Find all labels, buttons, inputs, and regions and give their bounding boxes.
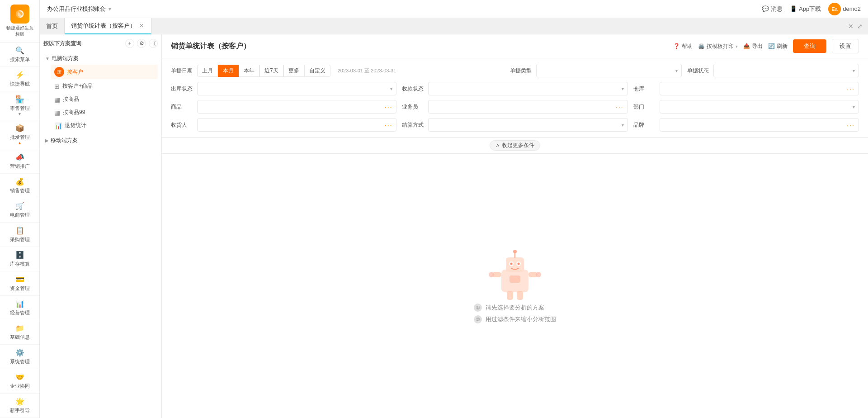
sidebar-item-retail[interactable]: 🏪 零售管理 ▼ bbox=[0, 91, 39, 120]
filter-row-1: 单据日期 上月 本月 本年 近7天 更多 自定义 2023-03-01 至 20… bbox=[171, 64, 859, 77]
sidebar-item-quick-nav[interactable]: ⚡ 快捷导航 bbox=[0, 67, 39, 91]
empty-illustration bbox=[483, 245, 547, 304]
sidebar-item-wholesale[interactable]: 📦 批发管理 ▲ bbox=[0, 120, 39, 149]
outbound-control[interactable]: ▾ bbox=[197, 82, 396, 95]
filter-row-3: 商品 ··· 业务员 ··· 部门 bbox=[171, 100, 859, 114]
brand-control[interactable]: ··· bbox=[660, 118, 859, 132]
system-icon: ⚙️ bbox=[15, 348, 24, 357]
sidebar-item-sales[interactable]: 💰 销售管理 bbox=[0, 174, 39, 198]
sidebar-item-enterprise[interactable]: 🤝 企业协同 bbox=[0, 369, 39, 394]
query-button[interactable]: 查询 bbox=[793, 39, 826, 53]
scheme-panel: 按以下方案查询 + ⚙ 《 ▼ 电脑端方案 按 按客户 bbox=[40, 34, 162, 418]
scheme-item-by-customer[interactable]: 按 按客户 bbox=[51, 65, 158, 79]
right-panel: 销货单统计表（按客户） ❓ 帮助 🖨️ 按模板打印 ▾ 📤 导出 bbox=[162, 34, 868, 418]
status-control[interactable]: ▾ bbox=[713, 64, 859, 77]
payment-method-label: 结算方式 bbox=[402, 121, 425, 129]
app-download-btn[interactable]: 📱 App下载 bbox=[790, 5, 821, 13]
print-dropdown-icon[interactable]: ▾ bbox=[736, 44, 738, 49]
sidebar-item-basic-info[interactable]: 📁 基础信息 bbox=[0, 320, 39, 345]
payment-method-control[interactable]: ▾ bbox=[428, 118, 627, 132]
warehouse-dots[interactable]: ··· bbox=[847, 85, 855, 92]
sidebar-item-label: 搜索菜单 bbox=[10, 56, 30, 63]
payment-control[interactable]: ▾ bbox=[428, 82, 627, 95]
filter-row-2: 出库状态 ▾ 收款状态 ▾ 仓库 bbox=[171, 82, 859, 95]
sidebar-item-inventory[interactable]: 🗄️ 库存核算 bbox=[0, 247, 39, 271]
scheme-item-by-customer-product[interactable]: ⊞ 按客户+商品 bbox=[51, 80, 158, 92]
scheme-add-btn[interactable]: + bbox=[125, 39, 134, 48]
sidebar-item-search[interactable]: 🔍 搜索菜单 bbox=[0, 43, 39, 67]
sidebar-item-newbie[interactable]: 🌟 新手引导 bbox=[0, 394, 39, 418]
sidebar-item-label: 电商管理 bbox=[10, 212, 30, 218]
scheme-panel-actions: + ⚙ 《 bbox=[125, 39, 158, 48]
receiver-dots[interactable]: ··· bbox=[385, 121, 393, 128]
scheme-settings-btn[interactable]: ⚙ bbox=[137, 39, 146, 48]
type-control[interactable]: ▾ bbox=[536, 64, 682, 77]
sidebar-item-operations[interactable]: 📊 经营管理 bbox=[0, 296, 39, 320]
date-btn-custom[interactable]: 自定义 bbox=[304, 65, 330, 77]
help-btn[interactable]: ❓ 帮助 bbox=[673, 43, 693, 50]
scheme-item-return-stat[interactable]: 📊 退货统计 bbox=[51, 119, 158, 132]
scheme-section-desktop-header[interactable]: ▼ 电脑端方案 bbox=[43, 52, 158, 65]
scheme-section-desktop: ▼ 电脑端方案 按 按客户 ⊞ 按客户+商品 ▦ 按商品 bbox=[43, 52, 158, 132]
top-header-right: 💬 消息 📱 App下载 Ea demo2 bbox=[762, 3, 861, 15]
print-btn[interactable]: 🖨️ 按模板打印 ▾ bbox=[698, 43, 738, 50]
user-profile-btn[interactable]: Ea demo2 bbox=[828, 3, 861, 15]
top-header-left: 办公用品行业模拟账套 ▾ bbox=[47, 5, 111, 13]
info-icon: 📁 bbox=[15, 324, 24, 332]
sidebar-item-finance[interactable]: 💳 资金管理 bbox=[0, 271, 39, 296]
wholesale-icon: 📦 bbox=[15, 124, 24, 133]
arrow-down-icon: ▼ bbox=[18, 112, 22, 116]
main-content: 办公用品行业模拟账套 ▾ 💬 消息 📱 App下载 Ea demo2 首页 销货… bbox=[40, 0, 868, 418]
chart-icon: 📊 bbox=[54, 122, 62, 129]
header-dropdown-icon[interactable]: ▾ bbox=[108, 6, 111, 12]
table-icon: ▦ bbox=[54, 96, 60, 103]
scheme-section-mobile-header[interactable]: ▶ 移动端方案 bbox=[43, 134, 158, 147]
date-btn-more[interactable]: 更多 bbox=[283, 65, 304, 77]
empty-tips: ① 请先选择要分析的方案 ② 用过滤条件来缩小分析范围 bbox=[474, 304, 556, 327]
close-window-icon[interactable]: ✕ bbox=[848, 23, 854, 30]
scheme-item-by-product99[interactable]: ▦ 按商品99 bbox=[51, 106, 158, 119]
dept-control[interactable]: ▾ bbox=[660, 100, 859, 114]
product-label: 商品 bbox=[171, 103, 193, 111]
purchase-icon: 📋 bbox=[15, 226, 24, 235]
dept-arrow-icon: ▾ bbox=[853, 104, 855, 109]
tab-sales-stat[interactable]: 销货单统计表（按客户） ✕ bbox=[65, 18, 151, 34]
export-btn[interactable]: 📤 导出 bbox=[743, 43, 763, 50]
maximize-icon[interactable]: ⤢ bbox=[857, 23, 863, 30]
type-arrow-icon: ▾ bbox=[675, 68, 678, 73]
outbound-label: 出库状态 bbox=[171, 85, 193, 93]
refresh-btn[interactable]: 🔄 刷新 bbox=[768, 43, 788, 50]
tab-close-btn[interactable]: ✕ bbox=[138, 23, 145, 29]
sidebar-item-system[interactable]: ⚙️ 系统管理 bbox=[0, 345, 39, 369]
sidebar-item-ecommerce[interactable]: 🛒 电商管理 bbox=[0, 198, 39, 223]
product-dots[interactable]: ··· bbox=[385, 103, 393, 110]
receiver-control[interactable]: ··· bbox=[197, 118, 396, 132]
message-btn[interactable]: 💬 消息 bbox=[762, 5, 783, 13]
sidebar-item-purchase[interactable]: 📋 采购管理 bbox=[0, 223, 39, 247]
warehouse-control[interactable]: ··· bbox=[660, 82, 859, 95]
question-icon: ❓ bbox=[673, 43, 680, 49]
arrow-up-icon: ▲ bbox=[18, 141, 22, 145]
filter-row-4: 收货人 ··· 结算方式 ▾ 品牌 bbox=[171, 118, 859, 132]
staff-control[interactable]: ··· bbox=[428, 100, 627, 114]
collapse-btn[interactable]: ∧ 收起更多条件 bbox=[490, 140, 540, 151]
scheme-panel-header: 按以下方案查询 + ⚙ 《 bbox=[43, 39, 158, 48]
staff-dots[interactable]: ··· bbox=[616, 103, 624, 110]
date-range-text: 2023-03-01 至 2023-03-31 bbox=[338, 67, 396, 74]
sidebar-item-marketing[interactable]: 📣 营销推广 bbox=[0, 149, 39, 174]
sidebar-item-label: 资金管理 bbox=[10, 285, 30, 292]
page-header: 销货单统计表（按客户） ❓ 帮助 🖨️ 按模板打印 ▾ 📤 导出 bbox=[162, 34, 868, 58]
date-btn-this-year[interactable]: 本年 bbox=[239, 65, 259, 77]
refresh-label: 刷新 bbox=[777, 43, 788, 50]
settings-button[interactable]: 设置 bbox=[832, 39, 859, 53]
brand-dots[interactable]: ··· bbox=[847, 121, 855, 128]
date-btn-last-month[interactable]: 上月 bbox=[197, 65, 218, 77]
scheme-item-by-product[interactable]: ▦ 按商品 bbox=[51, 93, 158, 105]
date-btn-this-month[interactable]: 本月 bbox=[218, 65, 239, 77]
product-control[interactable]: ··· bbox=[197, 100, 396, 114]
svg-point-10 bbox=[489, 272, 494, 277]
svg-rect-13 bbox=[517, 291, 523, 300]
scheme-collapse-btn[interactable]: 《 bbox=[149, 39, 158, 48]
tab-home[interactable]: 首页 bbox=[40, 18, 65, 34]
date-btn-last7[interactable]: 近7天 bbox=[259, 65, 283, 77]
